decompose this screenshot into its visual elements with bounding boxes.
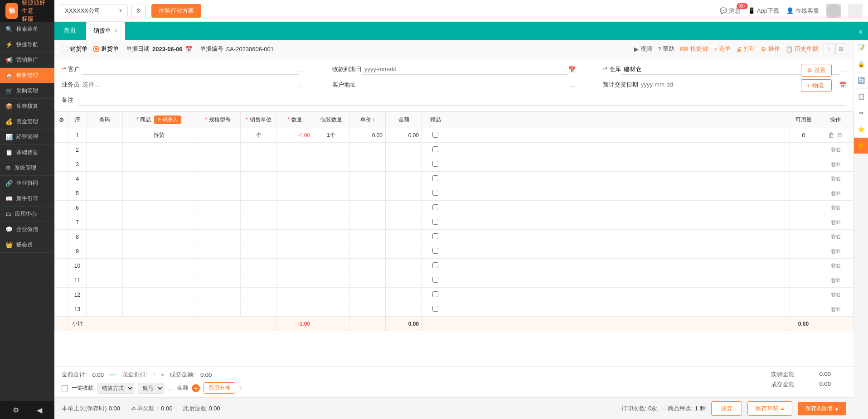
gift-checkbox-5[interactable]	[432, 190, 438, 196]
video-button[interactable]: ▶ 视频	[634, 45, 652, 53]
history-button[interactable]: 📋 历史单据	[786, 45, 818, 53]
expense-split-button[interactable]: 费用分摊	[204, 382, 235, 394]
row-gift-1[interactable]	[422, 128, 449, 143]
copy-icon-9[interactable]: ⧉	[836, 248, 840, 255]
delete-icon-8[interactable]: 🗑	[830, 233, 836, 240]
col-config-header[interactable]: ⚙	[55, 112, 68, 128]
gift-checkbox-6[interactable]	[432, 204, 438, 210]
radio-sales-order[interactable]: 销货单	[62, 45, 87, 53]
delete-icon-3[interactable]: 🗑	[830, 161, 836, 168]
salesman-input[interactable]	[80, 79, 299, 90]
settlement-method-select[interactable]: 结算方式	[97, 383, 134, 394]
list-view-btn-2[interactable]: ⊞	[835, 43, 846, 54]
settings-button[interactable]: ⚙ 设置	[801, 64, 832, 77]
sidebar-item-basic[interactable]: 📋 基础信息	[0, 145, 54, 160]
copy-icon-6[interactable]: ⧉	[836, 204, 840, 211]
copy-icon-12[interactable]: ⧉	[836, 291, 840, 298]
payment-due-calendar-icon[interactable]: 📅	[568, 66, 576, 73]
right-sidebar-btn-6[interactable]: ⭐	[854, 121, 868, 138]
copy-icon-13[interactable]: ⧉	[836, 306, 840, 313]
gift-checkbox-7[interactable]	[432, 219, 438, 225]
user-menu-button[interactable]	[848, 4, 863, 18]
online-service-button[interactable]: 👤 在线客服	[786, 7, 819, 15]
select-button[interactable]: ≡ 选单	[713, 45, 731, 53]
operation-button[interactable]: ⚙ 操作	[761, 45, 780, 53]
right-sidebar-btn-5[interactable]: ✏	[854, 105, 868, 121]
delivery-calendar-icon[interactable]: 📅	[839, 82, 846, 88]
add-payment-button[interactable]: +	[192, 384, 200, 392]
sidebar-item-enterprise[interactable]: 🔗 企业协同	[0, 176, 54, 191]
gift-checkbox-1[interactable]	[432, 132, 438, 138]
account-select[interactable]: 账号	[138, 383, 164, 394]
sidebar-item-inventory[interactable]: 📦 库存核算	[0, 99, 54, 114]
row-spec-1[interactable]	[195, 128, 241, 143]
delete-icon-5[interactable]: 🗑	[830, 190, 836, 197]
sidebar-settings-icon[interactable]: ⚙	[13, 406, 19, 414]
delete-icon-11[interactable]: 🗑	[830, 277, 836, 284]
gift-checkbox-11[interactable]	[432, 277, 438, 283]
copy-icon-10[interactable]: ⧉	[836, 262, 840, 269]
gift-checkbox-9[interactable]	[432, 248, 438, 254]
customer-dots-icon[interactable]: ...	[299, 65, 305, 73]
notes-input[interactable]	[77, 95, 846, 106]
tab-home[interactable]: 首页	[54, 22, 85, 40]
sidebar-collapse-icon[interactable]: ◀	[37, 406, 42, 414]
gift-checkbox-13[interactable]	[432, 306, 438, 312]
sidebar-item-quick-nav[interactable]: ⚡ 快捷导航	[0, 37, 54, 53]
cash-discount-info-icon[interactable]: ?	[153, 372, 155, 377]
sidebar-item-member[interactable]: 👑 畅会员	[0, 237, 54, 253]
one-click-payment-checkbox[interactable]	[62, 385, 68, 391]
salesman-dots-icon[interactable]: ...	[299, 81, 305, 89]
copy-icon-2[interactable]: ⧉	[836, 146, 840, 153]
trial-button[interactable]: 体验行业方案	[151, 4, 201, 18]
delete-icon-2[interactable]: 🗑	[830, 146, 836, 153]
sidebar-item-marketing[interactable]: 📢 营销推广	[0, 53, 54, 68]
gift-checkbox-4[interactable]	[432, 175, 438, 181]
save-draft-button[interactable]: 保存草稿 ▲	[747, 401, 793, 416]
minus-icon[interactable]: —	[109, 371, 116, 379]
delete-icon-13[interactable]: 🗑	[830, 306, 836, 313]
company-selector[interactable]: XXXXXX公司 ▼	[60, 5, 128, 17]
help-button[interactable]: ? 帮助	[658, 45, 674, 53]
gift-checkbox-12[interactable]	[432, 291, 438, 297]
row-remark-1[interactable]	[449, 128, 790, 143]
radio-return-order[interactable]: 退货单	[93, 45, 119, 53]
copy-icon-8[interactable]: ⧉	[836, 233, 840, 240]
sidebar-item-wechat[interactable]: 💬 企业微信	[0, 222, 54, 237]
right-sidebar-btn-2[interactable]: 🔒	[854, 56, 868, 72]
app-download-button[interactable]: 📱 App下载	[748, 7, 779, 15]
copy-icon-3[interactable]: ⧉	[836, 161, 840, 168]
delete-icon-7[interactable]: 🗑	[830, 219, 836, 226]
sidebar-item-purchase[interactable]: 🛒 采购管理	[0, 83, 54, 99]
right-sidebar-btn-3[interactable]: 🔄	[854, 72, 868, 89]
copy-icon-5[interactable]: ⧉	[836, 190, 840, 197]
customer-address-input[interactable]	[356, 79, 570, 90]
right-sidebar-btn-4[interactable]: 📋	[854, 89, 868, 105]
customer-input[interactable]	[82, 64, 299, 75]
discard-button[interactable]: 放弃	[711, 401, 742, 416]
copy-icon-1[interactable]: ⧉	[838, 131, 842, 139]
payment-due-input[interactable]	[362, 64, 568, 75]
sidebar-item-finance[interactable]: 💰 资金管理	[0, 114, 54, 130]
copy-icon-4[interactable]: ⧉	[836, 175, 840, 182]
tab-sales-order[interactable]: 销货单 ×	[86, 22, 125, 40]
copy-icon-11[interactable]: ⧉	[836, 277, 840, 284]
shortcut-button[interactable]: ⌨ 快捷键	[680, 45, 708, 53]
expense-help-icon[interactable]: ?	[239, 385, 242, 391]
list-view-btn-1[interactable]: ≡	[824, 43, 834, 54]
message-button[interactable]: 💬 消息 99+	[720, 7, 741, 15]
sidebar-item-app-center[interactable]: 🗂 应用中心	[0, 207, 54, 222]
scan-button[interactable]: 扫码录入	[154, 116, 181, 124]
delete-icon-1[interactable]: 🗑	[828, 131, 834, 139]
copy-icon-7[interactable]: ⧉	[836, 219, 840, 226]
warehouse-dots-icon[interactable]: ...	[840, 65, 846, 73]
sidebar-item-sales[interactable]: 🏠 销售管理	[0, 68, 54, 83]
delete-icon-6[interactable]: 🗑	[830, 204, 836, 211]
gift-checkbox-3[interactable]	[432, 161, 438, 167]
gift-checkbox-2[interactable]	[432, 146, 438, 152]
sidebar-item-search[interactable]: 🔍 搜索菜单	[0, 22, 54, 37]
delete-icon-4[interactable]: 🗑	[830, 175, 836, 182]
sidebar-item-guide[interactable]: 📖 新手引导	[0, 191, 54, 207]
right-sidebar-btn-1[interactable]: 📝	[854, 40, 868, 56]
tab-bar-close-icon[interactable]: ×	[858, 28, 863, 40]
